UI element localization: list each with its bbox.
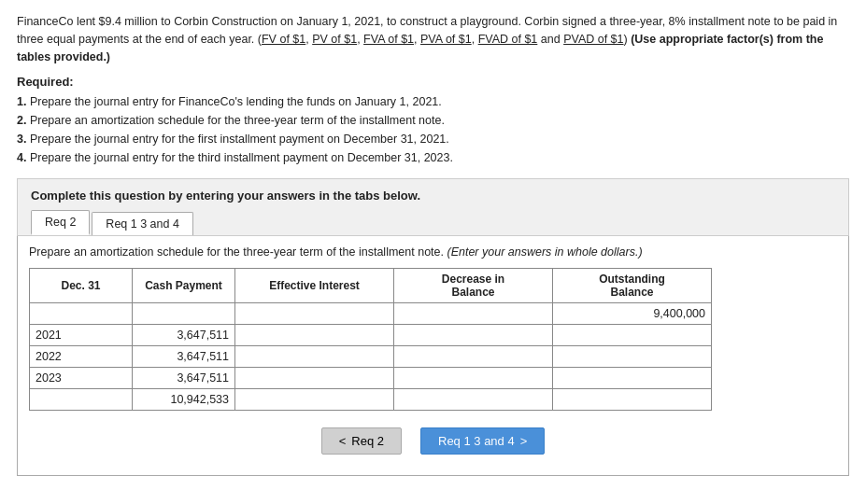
total-row-label bbox=[30, 389, 133, 411]
tab-req134[interactable]: Req 1 3 and 4 bbox=[92, 212, 193, 235]
row-2021-interest-input[interactable] bbox=[235, 325, 393, 345]
row-2023-interest-cell[interactable] bbox=[235, 368, 394, 389]
row-2022-decrease-cell[interactable] bbox=[394, 346, 553, 368]
tabs-row: Req 2 Req 1 3 and 4 bbox=[31, 210, 835, 235]
link-pva[interactable]: PVA of $1 bbox=[420, 33, 472, 46]
total-interest-cell[interactable] bbox=[235, 389, 394, 411]
link-pvad[interactable]: PVAD of $1 bbox=[563, 33, 623, 46]
row-2021-decrease-input[interactable] bbox=[394, 325, 552, 345]
complete-title: Complete this question by entering your … bbox=[31, 189, 835, 203]
pre-row-decrease bbox=[394, 303, 553, 325]
row-2023-outstanding-input[interactable] bbox=[553, 368, 711, 388]
pre-row-outstanding: 9,400,000 bbox=[553, 303, 712, 325]
link-fvad[interactable]: FVAD of $1 bbox=[478, 33, 538, 46]
required-item-2: 2. Prepare an amortization schedule for … bbox=[17, 111, 849, 130]
total-decrease-cell[interactable] bbox=[394, 389, 553, 411]
table-row-2023: 2023 3,647,511 bbox=[30, 368, 712, 389]
col-header-effective-interest: Effective Interest bbox=[235, 269, 394, 303]
link-fva[interactable]: FVA of $1 bbox=[363, 33, 414, 46]
row-2021-cash: 3,647,511 bbox=[133, 325, 235, 346]
total-outstanding bbox=[553, 389, 712, 411]
intro-paragraph: FinanceCo lent $9.4 million to Corbin Co… bbox=[17, 13, 849, 65]
row-2022-year: 2022 bbox=[30, 346, 133, 368]
required-item-4: 4. Prepare the journal entry for the thi… bbox=[17, 148, 849, 167]
col-header-cash-payment: Cash Payment bbox=[133, 269, 235, 303]
table-row-2022: 2022 3,647,511 bbox=[30, 346, 712, 368]
total-interest-input[interactable] bbox=[235, 389, 393, 410]
total-cash: 10,942,533 bbox=[133, 389, 235, 411]
pre-row-year bbox=[30, 303, 133, 325]
row-2022-interest-input[interactable] bbox=[235, 346, 393, 367]
total-decrease-input[interactable] bbox=[394, 389, 552, 410]
row-2022-outstanding-cell[interactable] bbox=[553, 346, 712, 368]
col-header-dec31: Dec. 31 bbox=[30, 269, 133, 303]
row-2021-interest-cell[interactable] bbox=[235, 325, 394, 346]
required-list: 1. Prepare the journal entry for Finance… bbox=[17, 92, 849, 167]
prev-button-label: Req 2 bbox=[351, 434, 384, 448]
table-pre-row: 9,400,000 bbox=[30, 303, 712, 325]
next-chevron-icon: > bbox=[520, 434, 528, 448]
complete-box: Complete this question by entering your … bbox=[17, 178, 849, 236]
link-pv[interactable]: PV of $1 bbox=[312, 33, 357, 46]
nav-buttons: < Req 2 Req 1 3 and 4 > bbox=[29, 427, 837, 464]
required-item-1: 1. Prepare the journal entry for Finance… bbox=[17, 92, 849, 111]
next-button-label: Req 1 3 and 4 bbox=[438, 434, 515, 448]
row-2022-decrease-input[interactable] bbox=[394, 346, 552, 367]
pre-row-cash bbox=[133, 303, 235, 325]
tab-req2[interactable]: Req 2 bbox=[31, 210, 90, 235]
tab-content-req2: Prepare an amortization schedule for the… bbox=[17, 236, 849, 476]
required-section: Required: 1. Prepare the journal entry f… bbox=[17, 75, 849, 167]
amortization-table: Dec. 31 Cash Payment Effective Interest … bbox=[29, 268, 712, 411]
row-2021-outstanding-cell[interactable] bbox=[553, 325, 712, 346]
row-2023-year: 2023 bbox=[30, 368, 133, 389]
row-2023-decrease-cell[interactable] bbox=[394, 368, 553, 389]
row-2023-decrease-input[interactable] bbox=[394, 368, 552, 388]
row-2023-interest-input[interactable] bbox=[235, 368, 393, 388]
row-2023-outstanding-cell[interactable] bbox=[553, 368, 712, 389]
required-item-3: 3. Prepare the journal entry for the fir… bbox=[17, 130, 849, 148]
row-2021-outstanding-input[interactable] bbox=[553, 325, 711, 345]
pre-row-interest bbox=[235, 303, 394, 325]
row-2021-year: 2021 bbox=[30, 325, 133, 346]
row-2023-cash: 3,647,511 bbox=[133, 368, 235, 389]
prev-button[interactable]: < Req 2 bbox=[321, 427, 402, 455]
table-total-row: 10,942,533 bbox=[30, 389, 712, 411]
table-row-2021: 2021 3,647,511 bbox=[30, 325, 712, 346]
tab-instruction: Prepare an amortization schedule for the… bbox=[29, 245, 837, 259]
next-button[interactable]: Req 1 3 and 4 > bbox=[420, 427, 545, 455]
prev-chevron-icon: < bbox=[339, 434, 347, 448]
row-2022-cash: 3,647,511 bbox=[133, 346, 235, 368]
row-2021-decrease-cell[interactable] bbox=[394, 325, 553, 346]
col-header-decrease-balance: Decrease inBalance bbox=[394, 269, 553, 303]
tab-instruction-note: (Enter your answers in whole dollars.) bbox=[447, 245, 642, 259]
row-2022-outstanding-input[interactable] bbox=[553, 346, 711, 367]
required-title: Required: bbox=[17, 75, 849, 89]
table-header-row: Dec. 31 Cash Payment Effective Interest … bbox=[30, 269, 712, 303]
row-2022-interest-cell[interactable] bbox=[235, 346, 394, 368]
col-header-outstanding-balance: OutstandingBalance bbox=[553, 269, 712, 303]
link-fv[interactable]: FV of $1 bbox=[262, 33, 305, 46]
